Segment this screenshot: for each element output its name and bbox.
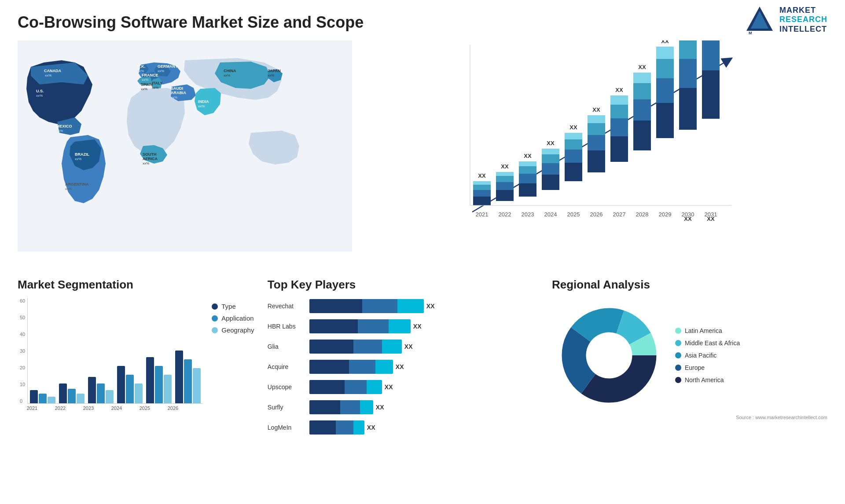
regional-title: Regional Analysis	[552, 278, 827, 292]
svg-rect-73	[610, 118, 628, 136]
svg-text:XX: XX	[501, 163, 509, 170]
svg-rect-60	[565, 163, 582, 181]
svg-rect-39	[473, 181, 491, 185]
svg-rect-75	[610, 95, 628, 105]
legend-middle-east: Middle East & Africa	[675, 340, 740, 347]
world-map-svg: CANADA xx% U.S. xx% MEXICO xx% BRAZIL xx…	[18, 40, 352, 252]
player-bar-surfly: XX	[309, 399, 543, 415]
svg-text:BRAZIL: BRAZIL	[75, 152, 89, 157]
svg-text:2025: 2025	[567, 211, 580, 218]
seg-col-2024	[117, 366, 143, 403]
seg-bar-geo	[48, 397, 55, 403]
svg-text:SPAIN: SPAIN	[141, 82, 153, 87]
legend-geo-dot	[212, 327, 218, 333]
svg-text:xx%: xx%	[152, 86, 158, 90]
legend-eu-dot	[675, 365, 681, 371]
map-section: CANADA xx% U.S. xx% MEXICO xx% BRAZIL xx…	[18, 40, 433, 269]
svg-text:xx%: xx%	[45, 73, 51, 77]
svg-text:XX: XX	[478, 172, 486, 179]
legend-asia-pacific: Asia Pacific	[675, 352, 740, 359]
player-row-glia: Glia XX	[268, 339, 543, 354]
growth-chart-section: XX 2021 XX 2022 XX 2023	[441, 40, 827, 269]
svg-text:ARGENTINA: ARGENTINA	[65, 182, 89, 186]
svg-rect-63	[565, 133, 582, 139]
legend-type: Type	[212, 303, 254, 310]
svg-rect-37	[473, 190, 491, 197]
player-name-surfly: Surfly	[268, 404, 305, 411]
svg-text:CHINA: CHINA	[224, 69, 236, 73]
svg-text:xx%: xx%	[137, 69, 144, 73]
player-row-logmein: LogMeIn XX	[268, 420, 543, 435]
legend-north-america: North America	[675, 376, 740, 383]
svg-rect-90	[679, 88, 697, 130]
seg-col-2025	[146, 357, 172, 403]
legend-europe: Europe	[675, 364, 740, 371]
donut-center	[587, 333, 631, 377]
players-list: Revechat XX HBR Labs	[268, 298, 543, 435]
svg-text:2027: 2027	[613, 211, 625, 218]
player-row-hbrlabs: HBR Labs XX	[268, 318, 543, 334]
source-text: Source : www.marketresearchintellect.com	[552, 415, 827, 420]
seg-chart-area: 0 10 20 30 40 50 60	[18, 298, 203, 411]
svg-rect-85	[656, 78, 674, 103]
svg-rect-66	[588, 150, 605, 172]
legend-latin-dot	[675, 328, 681, 334]
legend-ap-label: Asia Pacific	[685, 352, 716, 359]
svg-text:XX: XX	[707, 215, 715, 222]
legend-ap-dot	[675, 352, 681, 358]
svg-text:2029: 2029	[658, 211, 671, 218]
svg-rect-38	[473, 185, 491, 190]
player-bar-revechat: XX	[309, 298, 543, 314]
svg-rect-81	[633, 73, 651, 83]
svg-rect-55	[542, 163, 559, 175]
legend-geo-label: Geography	[221, 326, 254, 334]
player-bar-logmein: XX	[309, 420, 543, 435]
svg-text:INDIA: INDIA	[198, 99, 209, 104]
seg-year-labels: 2021 2022 2023 2024 2025 2026	[20, 405, 203, 411]
svg-rect-92	[679, 40, 697, 59]
svg-text:xx%: xx%	[142, 78, 148, 82]
legend-latin-america: Latin America	[675, 327, 740, 334]
svg-rect-78	[633, 121, 651, 150]
svg-rect-62	[565, 139, 582, 150]
svg-rect-54	[542, 175, 559, 190]
seg-chart-with-y: 0 10 20 30 40 50 60	[18, 298, 203, 404]
legend-app-label: Application	[221, 314, 254, 322]
seg-bars	[27, 298, 203, 404]
seg-legend: Type Application Geography	[212, 303, 254, 334]
svg-text:XX: XX	[547, 140, 555, 146]
legend-me-label: Middle East & Africa	[685, 340, 740, 347]
svg-rect-51	[519, 161, 536, 166]
svg-rect-72	[610, 136, 628, 162]
segmentation-title: Market Segmentation	[18, 278, 259, 292]
svg-text:2023: 2023	[521, 211, 534, 218]
svg-rect-36	[473, 197, 491, 205]
svg-text:SAUDI: SAUDI	[171, 86, 183, 91]
svg-text:XX: XX	[638, 64, 646, 70]
svg-text:M: M	[749, 31, 752, 35]
player-row-revechat: Revechat XX	[268, 298, 543, 314]
svg-rect-68	[588, 123, 605, 135]
svg-text:xx%: xx%	[75, 157, 81, 161]
svg-rect-48	[519, 183, 536, 197]
segmentation-section: Market Segmentation 0 10 20 30 40 50 60	[18, 278, 259, 498]
player-name-acquire: Acquire	[268, 363, 305, 370]
regional-legend: Latin America Middle East & Africa Asia …	[675, 327, 740, 383]
svg-text:ITALY: ITALY	[152, 81, 163, 85]
svg-rect-57	[542, 149, 559, 154]
growth-chart: XX 2021 XX 2022 XX 2023	[450, 40, 827, 243]
svg-rect-69	[588, 115, 605, 123]
player-row-surfly: Surfly XX	[268, 399, 543, 415]
svg-rect-61	[565, 150, 582, 163]
svg-text:2022: 2022	[498, 211, 511, 218]
legend-type-label: Type	[221, 303, 236, 310]
logo-icon: M	[744, 4, 775, 35]
svg-rect-44	[496, 176, 514, 182]
player-bar-upscope: XX	[309, 379, 543, 395]
seg-col-2021	[30, 390, 55, 403]
svg-rect-56	[542, 154, 559, 163]
page-title: Co-Browsing Software Market Size and Sco…	[18, 13, 827, 32]
svg-text:MEXICO: MEXICO	[56, 124, 72, 128]
svg-text:GERMANY: GERMANY	[158, 64, 178, 69]
svg-rect-45	[496, 172, 514, 176]
